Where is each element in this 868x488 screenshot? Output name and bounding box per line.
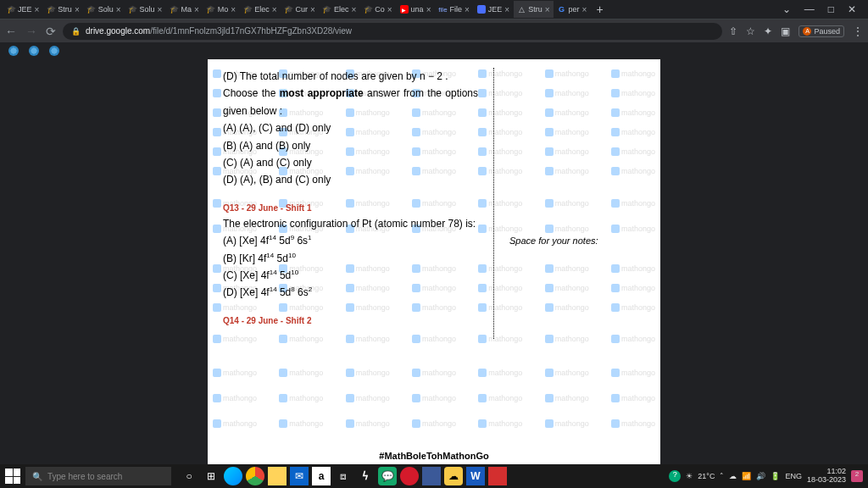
forward-icon[interactable]: → xyxy=(25,25,37,38)
browser-tab[interactable]: 🎓Elec× xyxy=(320,1,359,18)
column-divider xyxy=(493,68,494,339)
close-icon[interactable]: × xyxy=(387,5,392,14)
help-icon[interactable]: ? xyxy=(669,470,681,482)
close-icon[interactable]: × xyxy=(158,5,163,14)
clock[interactable]: 11:02 18-03-2023 xyxy=(807,468,846,485)
option-text: (D) (A), (B) and (C) only xyxy=(223,171,478,188)
bookmark-list-icon[interactable]: ▣ xyxy=(781,25,790,37)
option-text: (B) [Kr] 4f14 5d10 xyxy=(223,250,478,267)
bookmark-icon[interactable] xyxy=(29,46,39,56)
browser-tab[interactable]: JEE× xyxy=(474,1,513,18)
explorer-icon[interactable] xyxy=(268,467,287,485)
browser-tab[interactable]: 🎓Elec× xyxy=(240,1,280,18)
language-label[interactable]: ENG xyxy=(785,472,802,480)
question-header: Q14 - 29 June - Shift 2 xyxy=(223,313,478,328)
close-icon[interactable]: × xyxy=(351,5,356,14)
option-text: (A) [Xe] 4f14 5d9 6s1 xyxy=(223,232,478,249)
search-icon: 🔍 xyxy=(32,472,42,481)
onedrive-tray-icon[interactable]: ☁ xyxy=(729,472,737,480)
maximize-icon[interactable]: □ xyxy=(828,3,834,15)
newtab-button[interactable]: + xyxy=(596,3,603,16)
browser-tab[interactable]: 🎓Cur× xyxy=(281,1,319,18)
close-icon[interactable]: × xyxy=(75,5,80,14)
browser-tab[interactable]: Gper× xyxy=(554,1,591,18)
close-icon[interactable]: × xyxy=(272,5,277,14)
browser-tab[interactable]: 🎓Solu× xyxy=(84,1,125,18)
share-icon[interactable]: ⇧ xyxy=(729,25,737,37)
close-icon[interactable]: × xyxy=(231,5,236,14)
google-icon: G xyxy=(558,5,566,14)
url-input[interactable]: 🔒 drive.google.com/file/d/1mnFnolzm3jld1… xyxy=(63,23,722,40)
minimize-icon[interactable]: — xyxy=(804,3,815,15)
taskbar-search[interactable]: 🔍 Type here to search xyxy=(25,467,171,485)
document-body: (D) The total number of nodes are given … xyxy=(208,59,660,347)
close-icon[interactable]: × xyxy=(465,5,470,14)
close-icon[interactable]: × xyxy=(426,5,431,14)
mail-icon[interactable]: ✉ xyxy=(290,467,309,485)
document-page: mathongomathongomathongomathongomathongo… xyxy=(208,59,660,464)
instruction-text: Choose the most appropriate answer from … xyxy=(223,85,478,119)
hat-icon: 🎓 xyxy=(207,5,215,14)
back-icon[interactable]: ← xyxy=(5,25,17,38)
browser-tab[interactable]: 🎓JEE× xyxy=(3,1,42,18)
browser-tab[interactable]: ▶una× xyxy=(397,1,435,18)
amazon-icon[interactable]: a xyxy=(312,467,331,485)
chevron-up-icon[interactable]: ˄ xyxy=(720,472,724,480)
word-icon[interactable]: W xyxy=(466,467,485,485)
app-icon xyxy=(477,5,486,14)
browser-tab[interactable]: △Stru× xyxy=(514,1,553,18)
hat-icon: 🎓 xyxy=(7,5,15,14)
onedrive-icon[interactable]: ☁ xyxy=(444,467,463,485)
chrome-icon[interactable] xyxy=(246,467,264,485)
browser-tab[interactable]: 🎓Solu× xyxy=(125,1,166,18)
close-icon[interactable]: × xyxy=(35,5,40,14)
weather-label[interactable]: 21°C xyxy=(698,472,715,480)
bookmark-icon[interactable] xyxy=(49,46,59,56)
app-icon[interactable] xyxy=(422,467,441,485)
dropbox-icon[interactable]: ⧈ xyxy=(334,467,353,485)
lock-icon: 🔒 xyxy=(71,27,81,36)
browser-tab[interactable]: 🎓Ma× xyxy=(166,1,202,18)
notifications-icon[interactable]: 2 xyxy=(851,470,863,482)
extensions-icon[interactable]: ✦ xyxy=(764,25,772,37)
edge-icon[interactable] xyxy=(224,467,242,485)
question-text: The electronic configuration of Pt (atom… xyxy=(223,215,478,232)
taskview-icon[interactable]: ⊞ xyxy=(202,467,220,485)
hat-icon: 🎓 xyxy=(47,5,55,14)
youtube-icon: ▶ xyxy=(400,5,409,14)
close-icon[interactable]: × xyxy=(582,5,587,14)
wifi-icon[interactable]: 📶 xyxy=(742,472,751,480)
browser-tab[interactable]: 🎓Stru× xyxy=(43,1,82,18)
reload-icon[interactable]: ⟳ xyxy=(46,25,56,38)
close-icon[interactable]: × xyxy=(194,5,199,14)
close-icon[interactable]: × xyxy=(545,5,550,14)
close-icon[interactable]: × xyxy=(504,5,509,14)
winamp-icon[interactable]: ϟ xyxy=(356,467,375,485)
close-icon[interactable]: × xyxy=(116,5,121,14)
browser-tab[interactable]: 🎓Mo× xyxy=(203,1,239,18)
star-icon[interactable]: ☆ xyxy=(746,25,755,37)
option-text: (D) [Xe] 4f14 5d8 6s2 xyxy=(223,284,478,301)
menu-icon[interactable]: ⋮ xyxy=(853,25,863,37)
browser-tab[interactable]: fileFile× xyxy=(435,1,472,18)
hat-icon: 🎓 xyxy=(170,5,178,14)
browser-tab[interactable]: 🎓Co× xyxy=(360,1,395,18)
close-icon[interactable]: × xyxy=(310,5,315,14)
pdf-icon[interactable] xyxy=(488,467,507,485)
notes-label: Space for your notes: xyxy=(509,233,645,249)
option-text: (B) (A) and (B) only xyxy=(223,137,478,154)
chat-icon[interactable]: 💬 xyxy=(378,467,397,485)
opera-icon[interactable] xyxy=(400,467,419,485)
chevron-down-icon[interactable]: ⌄ xyxy=(782,3,791,15)
bookmark-icon[interactable] xyxy=(8,46,19,56)
start-button[interactable] xyxy=(5,469,20,484)
close-window-icon[interactable]: ✕ xyxy=(848,3,856,15)
volume-icon[interactable]: 🔊 xyxy=(756,472,765,480)
hat-icon: 🎓 xyxy=(364,5,372,14)
hat-icon: 🎓 xyxy=(87,5,96,14)
battery-icon[interactable]: 🔋 xyxy=(771,472,780,480)
cortana-icon[interactable]: ○ xyxy=(180,467,198,485)
profile-paused[interactable]: APaused xyxy=(798,25,844,37)
hat-icon: 🎓 xyxy=(285,5,293,14)
content-area: mathongomathongomathongomathongomathongo… xyxy=(0,59,868,464)
